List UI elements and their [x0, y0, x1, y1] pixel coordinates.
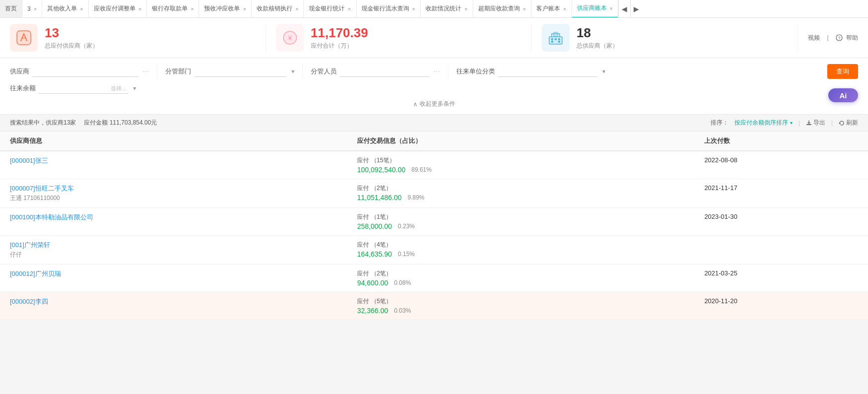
top-links: 视频 ｜ ? 帮助 — [798, 34, 858, 42]
sort-value[interactable]: 按应付余额倒序排序 ▾ — [734, 119, 792, 127]
total-payable-label: 应付合计（万） — [311, 42, 368, 50]
trans-info-cell: 应付 （1笔） 258,000.00 0.23% — [347, 208, 694, 236]
nav-tab-customer-book[interactable]: 客户账本 × — [531, 0, 572, 18]
amount-row: 100,092,540.00 89.61% — [357, 166, 684, 174]
amount-pct: 0.15% — [398, 251, 415, 258]
table-container: 供应商信息 应付交易信息（占比） 上次付数 [000001]张三 应付 （15笔… — [0, 131, 868, 320]
trans-label: 应付 （2笔） — [357, 184, 684, 193]
table-row: [000012]广州贝瑞 应付 （2笔） 94,600.00 0.08% 202… — [0, 264, 868, 292]
close-icon[interactable]: × — [243, 6, 246, 12]
nav-tab-income[interactable]: 其他收入单 × — [42, 0, 88, 18]
amount-row: 32,366.00 0.03% — [357, 307, 684, 315]
close-icon[interactable]: × — [610, 5, 613, 11]
export-button[interactable]: 导出 — [806, 119, 825, 127]
supplier-link[interactable]: [000001]张三 — [10, 157, 48, 164]
close-icon[interactable]: × — [563, 6, 566, 12]
category-dropdown-icon[interactable]: ▾ — [602, 68, 605, 75]
results-summary: 搜索结果中，供应商13家 应付金额 111,703,854.00元 — [10, 119, 157, 127]
table-header-row: 供应商信息 应付交易信息（占比） 上次付数 — [0, 131, 868, 151]
sort-label: 排序： — [711, 119, 728, 127]
close-icon[interactable]: × — [464, 6, 467, 12]
close-icon[interactable]: × — [523, 6, 526, 12]
supplier-sub-info: 仔仔 — [10, 251, 337, 259]
nav-tab-cash-flow[interactable]: 现金银行流水查询 × — [357, 0, 421, 18]
amount-value[interactable]: 164,635.90 — [357, 250, 392, 258]
col-supplier-info: 供应商信息 — [0, 131, 347, 151]
collapse-button[interactable]: ∧ 收起更多条件 — [10, 98, 858, 110]
balance-dropdown-icon[interactable]: ▾ — [133, 85, 136, 92]
summary-card-total-payable: ¥ 11,170.39 应付合计（万） — [266, 24, 532, 52]
filter-person: 分管人员 ··· — [311, 66, 440, 77]
close-icon[interactable]: × — [412, 6, 415, 12]
svg-text:¥: ¥ — [288, 34, 292, 42]
trans-info-cell: 应付 （2笔） 11,051,486.00 9.89% — [347, 179, 694, 208]
svg-rect-8 — [551, 41, 553, 43]
amount-pct: 0.03% — [394, 307, 411, 314]
nav-tab-home[interactable]: 首页 — [0, 0, 22, 18]
filter-category: 往来单位分类 ▾ — [456, 66, 605, 77]
help-link[interactable]: ? 帮助 — [836, 34, 858, 42]
amount-value[interactable]: 94,600.00 — [357, 279, 388, 287]
nav-tab-prepay-label: 预收冲应收单 — [204, 4, 240, 13]
nav-tab-3[interactable]: 3 × — [22, 0, 42, 18]
supplier-link[interactable]: [000007]恒旺二手叉车 — [10, 185, 74, 192]
amount-value[interactable]: 258,000.00 — [357, 222, 392, 230]
close-icon[interactable]: × — [348, 6, 351, 12]
department-input[interactable] — [194, 66, 287, 77]
supplier-link[interactable]: [000002]李四 — [10, 298, 48, 305]
video-link[interactable]: 视频 — [808, 34, 820, 42]
category-filter-label: 往来单位分类 — [456, 67, 495, 76]
amount-pct: 89.61% — [412, 166, 432, 173]
supplier-link[interactable]: [001]广州荣轩 — [10, 241, 50, 249]
last-pay-cell: 2020-11-20 — [694, 292, 868, 320]
export-icon — [806, 120, 812, 126]
total-suppliers-label: 总供应商（家） — [577, 42, 618, 50]
refresh-button[interactable]: 刷新 — [839, 119, 858, 127]
nav-tab-cash-stat[interactable]: 现金银行统计 × — [304, 0, 356, 18]
supplier-info-cell: [000012]广州贝瑞 — [0, 264, 347, 292]
last-pay-cell: 2023-01-30 — [694, 208, 868, 236]
amount-value[interactable]: 32,366.00 — [357, 307, 388, 315]
amount-pct: 0.23% — [398, 223, 415, 230]
ai-button[interactable]: Ai — [828, 88, 858, 102]
nav-tab-overdue[interactable]: 超期应收款查询 × — [473, 0, 531, 18]
close-icon[interactable]: × — [191, 6, 194, 12]
nav-tab-bank[interactable]: 银行存取款单 × — [147, 0, 199, 18]
svg-rect-10 — [554, 32, 558, 36]
nav-tab-prepay[interactable]: 预收冲应收单 × — [199, 0, 251, 18]
supplier-dots-icon[interactable]: ··· — [143, 67, 149, 76]
supplier-sub-info: 王通 17106110000 — [10, 194, 337, 202]
amount-row: 94,600.00 0.08% — [357, 279, 684, 287]
nav-tab-supplier-book[interactable]: 供应商账本 × — [572, 0, 618, 18]
divider: ｜ — [825, 34, 831, 42]
nav-next-arrow[interactable]: ▶ — [630, 0, 642, 18]
balance-filter-label: 往来余额 — [10, 84, 36, 93]
trans-info-cell: 应付 （2笔） 94,600.00 0.08% — [347, 264, 694, 292]
amount-value[interactable]: 100,092,540.00 — [357, 166, 405, 174]
close-icon[interactable]: × — [34, 6, 37, 12]
amount-value[interactable]: 11,051,486.00 — [357, 194, 402, 201]
nav-tab-receipt-stat[interactable]: 收款情况统计 × — [421, 0, 473, 18]
filter-separator-1 — [157, 65, 157, 78]
payable-suppliers-icon — [10, 24, 38, 52]
nav-tab-supplier-book-label: 供应商账本 — [577, 4, 607, 12]
supplier-link[interactable]: [000100]本特勒油品有限公司 — [10, 213, 93, 221]
person-dots-icon[interactable]: ··· — [434, 67, 440, 76]
supplier-info-cell: [000002]李四 — [0, 292, 347, 320]
supplier-input[interactable] — [32, 66, 139, 77]
close-icon[interactable]: × — [139, 6, 142, 12]
nav-tab-bank-label: 银行存取款单 — [152, 4, 188, 13]
supplier-link[interactable]: [000012]广州贝瑞 — [10, 270, 61, 277]
nav-tab-verify[interactable]: 收款核销执行 × — [252, 0, 304, 18]
nav-tab-adjust[interactable]: 应收应付调整单 × — [89, 0, 147, 18]
close-icon[interactable]: × — [295, 6, 298, 12]
category-input[interactable] — [498, 66, 597, 77]
nav-prev-arrow[interactable]: ◀ — [618, 0, 630, 18]
person-input[interactable] — [340, 66, 430, 77]
results-supplier-count: 搜索结果中，供应商13家 — [10, 119, 76, 127]
trans-label: 应付 （4笔） — [357, 241, 684, 249]
department-dropdown-icon[interactable]: ▾ — [291, 68, 294, 75]
supplier-filter-label: 供应商 — [10, 67, 29, 76]
query-button[interactable]: 查询 — [827, 64, 858, 79]
close-icon[interactable]: × — [80, 6, 83, 12]
